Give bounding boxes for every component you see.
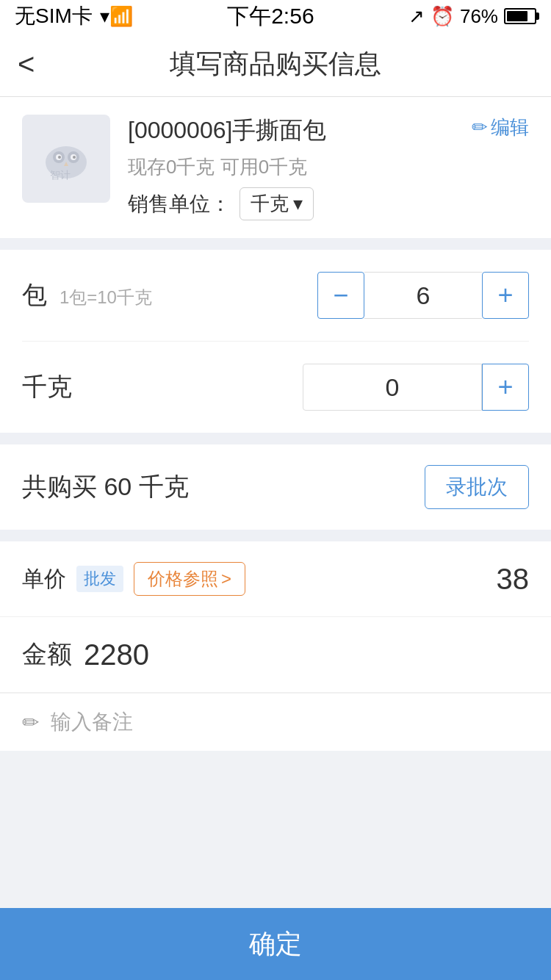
alarm-icon: ⏰ — [431, 5, 454, 28]
edit-label: 编辑 — [491, 115, 529, 140]
batch-tag: 批发 — [76, 566, 123, 592]
price-row: 单价 批发 价格参照 > 38 — [0, 541, 551, 617]
carrier-label: 无SIM卡 — [15, 2, 93, 30]
price-value: 38 — [497, 563, 530, 596]
svg-text:智计: 智计 — [50, 169, 71, 181]
kg-row: 千克 + — [22, 342, 529, 433]
product-card: 智计 [0000006]手撕面包 ✏ 编辑 现存0千克 可用0千克 销售单位： … — [0, 97, 551, 238]
back-button[interactable]: < — [18, 48, 35, 81]
amount-label: 金额 — [22, 638, 72, 671]
price-label: 单价 — [22, 564, 66, 594]
wifi-icon: ▾📶 — [100, 5, 133, 28]
product-unit-row: 销售单位： 千克 ▾ — [128, 187, 529, 220]
section-divider-2 — [0, 433, 551, 444]
unit-selector[interactable]: 千克 ▾ — [240, 187, 314, 220]
battery-icon — [504, 8, 536, 24]
amount-note-wrapper: 金额 2280 ✏ 输入备注 — [0, 617, 551, 751]
total-unit: 千克 — [139, 472, 189, 500]
input-section: 包 1包=10千克 − + 千克 + — [0, 250, 551, 433]
package-stepper: − + — [317, 272, 529, 319]
product-name: [0000006]手撕面包 — [128, 115, 326, 147]
section-divider-3 — [0, 530, 551, 541]
confirm-bar[interactable]: 确定 — [0, 908, 551, 980]
package-row: 包 1包=10千克 − + — [22, 250, 529, 342]
kg-stepper: + — [303, 364, 529, 411]
svg-point-6 — [73, 156, 76, 159]
total-text: 共购买 60 千克 — [22, 470, 189, 504]
kg-label: 千克 — [22, 370, 72, 404]
product-stock: 现存0千克 可用0千克 — [128, 154, 529, 180]
nav-bar: < 填写商品购买信息 — [0, 32, 551, 97]
location-icon: ↗ — [408, 5, 425, 28]
total-amount: 60 — [104, 472, 132, 500]
status-bar: 无SIM卡 ▾📶 下午2:56 ↗ ⏰ 76% — [0, 0, 551, 32]
product-info: [0000006]手撕面包 ✏ 编辑 现存0千克 可用0千克 销售单位： 千克 … — [128, 115, 529, 220]
package-decrement-button[interactable]: − — [317, 272, 364, 319]
note-row: ✏ 输入备注 — [0, 693, 551, 751]
kg-increment-button[interactable]: + — [482, 364, 529, 411]
package-increment-button[interactable]: + — [482, 272, 529, 319]
svg-point-5 — [58, 156, 61, 159]
amount-value: 2280 — [84, 638, 149, 671]
kg-input[interactable] — [303, 364, 482, 411]
note-pencil-icon: ✏ — [22, 710, 39, 735]
package-label: 包 — [22, 281, 47, 309]
package-input[interactable] — [364, 272, 482, 319]
price-section: 单价 批发 价格参照 > 38 — [0, 541, 551, 617]
note-placeholder[interactable]: 输入备注 — [51, 708, 133, 736]
unit-value: 千克 — [251, 191, 289, 217]
amount-row: 金额 2280 — [0, 617, 551, 693]
product-logo: 智计 — [37, 137, 96, 181]
price-ref-arrow-icon: > — [221, 569, 231, 589]
price-ref-button[interactable]: 价格参照 > — [134, 562, 245, 596]
confirm-label: 确定 — [249, 926, 302, 962]
status-left: 无SIM卡 ▾📶 — [15, 2, 133, 30]
product-header-row: [0000006]手撕面包 ✏ 编辑 — [128, 115, 529, 154]
main-content: 无SIM卡 ▾📶 下午2:56 ↗ ⏰ 76% < 填写商品购买信息 — [0, 0, 551, 980]
time-label: 下午2:56 — [227, 1, 314, 32]
battery-label: 76% — [460, 5, 498, 28]
edit-button[interactable]: ✏ 编辑 — [472, 115, 529, 140]
package-hint: 1包=10千克 — [60, 287, 152, 307]
unit-label: 销售单位： — [128, 190, 231, 218]
price-left: 单价 批发 价格参照 > — [22, 562, 245, 596]
package-label-group: 包 1包=10千克 — [22, 278, 152, 312]
page-title: 填写商品购买信息 — [170, 46, 381, 82]
edit-icon: ✏ — [472, 116, 488, 139]
total-label: 共购买 — [22, 472, 97, 500]
total-row: 共购买 60 千克 录批次 — [0, 444, 551, 530]
status-right: ↗ ⏰ 76% — [408, 5, 536, 28]
price-ref-label: 价格参照 — [148, 567, 218, 591]
batch-button[interactable]: 录批次 — [425, 465, 529, 509]
unit-arrow-icon: ▾ — [293, 192, 303, 215]
product-thumbnail: 智计 — [22, 115, 110, 203]
section-divider-1 — [0, 238, 551, 250]
